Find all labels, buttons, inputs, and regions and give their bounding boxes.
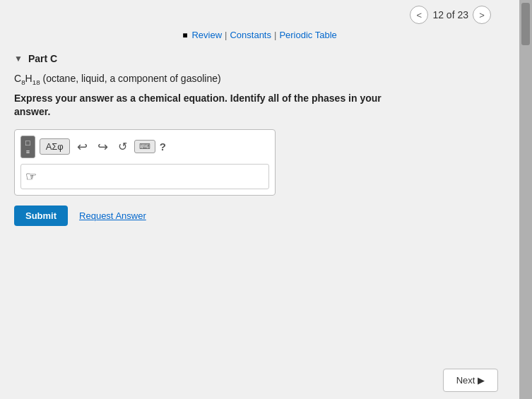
periodic-table-link[interactable]: Periodic Table [279,30,336,40]
next-button[interactable]: Next ▶ [443,369,498,392]
sep2: | [274,30,276,40]
submit-button[interactable]: Submit [14,206,68,226]
bottom-bar: Next ▶ [0,363,519,399]
part-header: ▼ Part C [14,53,498,64]
cursor-indicator: ☞ [25,169,37,184]
sep1: | [225,30,227,40]
review-link[interactable]: Review [191,30,222,40]
refresh-button[interactable]: ↺ [115,138,130,155]
part-label: Part C [28,53,57,64]
action-row: Submit Request Answer [14,206,498,226]
content-area: ▼ Part C C8H18 (octane, liquid, a compon… [0,46,519,363]
formula-template-button[interactable]: □≡ [20,136,35,158]
page-indicator: 12 of 23 [432,9,468,20]
question-formula: C8H18 (octane, liquid, a component of ga… [14,73,498,86]
constants-link[interactable]: Constants [230,30,271,40]
redo-button[interactable]: ↪ [95,138,111,156]
formula-icon-text: □≡ [25,138,30,155]
top-navigation: < 12 of 23 > [0,0,519,27]
help-button[interactable]: ? [160,141,166,153]
resources-bar: ■ Review | Constants | Periodic Table [0,27,519,46]
prev-page-button[interactable]: < [410,6,428,24]
answer-box: □≡ ΑΣφ ↩ ↪ ↺ ⌨ ? ☞ [14,129,276,196]
scrollbar-thumb[interactable] [521,3,530,45]
chemical-equation-input[interactable]: ☞ [20,164,269,189]
keyboard-button[interactable]: ⌨ [134,140,155,153]
next-page-button[interactable]: > [473,6,491,24]
request-answer-button[interactable]: Request Answer [79,210,146,221]
collapse-arrow[interactable]: ▼ [14,54,23,64]
greek-symbols-button[interactable]: ΑΣφ [40,138,70,155]
question-instruction: Express your answer as a chemical equati… [14,92,498,119]
answer-toolbar: □≡ ΑΣφ ↩ ↪ ↺ ⌨ ? [20,136,269,158]
side-scrollbar[interactable] [519,0,532,399]
undo-button[interactable]: ↩ [74,138,90,156]
resources-icon: ■ [182,30,187,40]
pagination-controls: < 12 of 23 > [410,6,491,24]
